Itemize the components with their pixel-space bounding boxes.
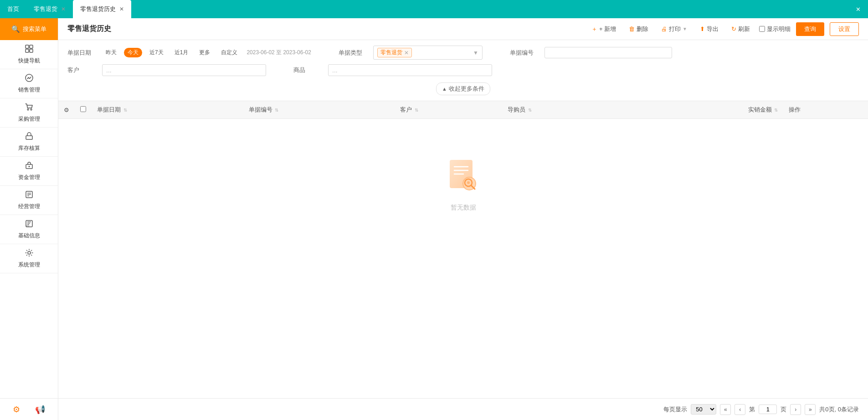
settings-gear-icon[interactable]: ⚙ xyxy=(13,405,20,415)
query-button[interactable]: 查询 xyxy=(796,22,824,36)
type-select[interactable]: 零售退货 ✕ ▼ xyxy=(373,46,483,60)
date-btn-today[interactable]: 今天 xyxy=(124,48,142,57)
first-page-button[interactable]: « xyxy=(720,404,731,415)
sidebar-search-label: 搜索菜单 xyxy=(23,25,46,33)
svg-rect-7 xyxy=(26,136,32,139)
svg-rect-0 xyxy=(26,45,29,48)
page-label: 第 xyxy=(749,405,755,414)
goods-input[interactable]: ... xyxy=(328,64,492,76)
sidebar-item-inventory[interactable]: 库存核算 xyxy=(0,128,58,157)
page-number-input[interactable]: 1 xyxy=(759,405,777,414)
print-arrow-icon: ▼ xyxy=(683,26,687,31)
select-all-checkbox[interactable] xyxy=(80,106,86,112)
export-button[interactable]: ⬆ 导出 xyxy=(696,23,722,35)
date-btn-custom[interactable]: 自定义 xyxy=(217,48,241,57)
table-settings-icon[interactable]: ⚙ xyxy=(64,107,69,113)
last-page-button[interactable]: » xyxy=(805,404,816,415)
basic-info-icon: EN xyxy=(25,220,33,230)
sidebar-item-sales-mgmt[interactable]: 销售管理 xyxy=(0,69,58,98)
refresh-icon: ↻ xyxy=(731,26,736,32)
col-number-sort-icon[interactable]: ⇅ xyxy=(275,108,278,113)
sidebar-item-system-label: 系统管理 xyxy=(18,261,40,269)
new-button[interactable]: ＋ + 新增 xyxy=(588,23,620,35)
tab-home[interactable]: 首页 xyxy=(0,0,26,18)
operations-icon xyxy=(25,190,33,201)
tab-retail-return-label: 零售退货 xyxy=(34,5,57,13)
tab-retail-return[interactable]: 零售退货 ✕ xyxy=(26,0,73,18)
sidebar-item-quick-nav[interactable]: 快捷导航 xyxy=(0,40,58,69)
sidebar-item-purchase-mgmt[interactable]: 采购管理 xyxy=(0,98,58,128)
number-input[interactable] xyxy=(544,47,672,58)
svg-point-6 xyxy=(31,109,32,110)
collapse-label: 收起更多条件 xyxy=(449,85,484,93)
col-check[interactable] xyxy=(75,101,92,119)
refresh-button[interactable]: ↻ 刷新 xyxy=(728,23,754,35)
export-icon: ⬆ xyxy=(700,26,705,32)
date-btn-last-month[interactable]: 近1月 xyxy=(171,48,192,57)
tab-retail-return-history[interactable]: 零售退货历史 ✕ xyxy=(73,0,131,18)
svg-point-27 xyxy=(467,181,470,184)
col-amount-label: 实销金额 xyxy=(748,106,772,113)
col-guide-sort-icon[interactable]: ⇅ xyxy=(528,108,532,113)
date-filter-label: 单据日期 xyxy=(67,49,93,57)
tab-retail-return-history-label: 零售退货历史 xyxy=(80,5,116,13)
col-guide: 导购员 ⇅ xyxy=(502,101,632,119)
col-customer-sort-icon[interactable]: ⇅ xyxy=(415,108,418,113)
col-amount-sort-icon[interactable]: ⇅ xyxy=(774,108,778,113)
sidebar-search[interactable]: 🔍 搜索菜单 xyxy=(0,18,58,40)
empty-cell: 暂无数据 xyxy=(58,119,868,249)
svg-point-5 xyxy=(27,109,29,110)
close-retail-return-icon[interactable]: ✕ xyxy=(61,6,66,12)
empty-text: 暂无数据 xyxy=(451,204,476,212)
sidebar-item-basic-info[interactable]: EN 基础信息 xyxy=(0,215,58,244)
volume-icon[interactable]: 📢 xyxy=(35,405,45,415)
sidebar-item-sales-mgmt-label: 销售管理 xyxy=(18,86,40,94)
sidebar-item-operations[interactable]: 经营管理 xyxy=(0,186,58,215)
print-label: 打印 xyxy=(669,25,681,33)
col-action: 操作 xyxy=(783,101,868,119)
show-detail-toggle[interactable]: 显示明细 xyxy=(759,25,791,33)
delete-button[interactable]: 🗑 删除 xyxy=(625,23,652,35)
sidebar-item-inventory-label: 库存核算 xyxy=(18,144,40,152)
date-range-display: 2023-06-02 至 2023-06-02 xyxy=(247,49,311,56)
data-table: ⚙ 单据日期 ⇅ 单据编号 ⇅ xyxy=(58,101,868,248)
sidebar-item-finance-label: 资金管理 xyxy=(18,174,40,181)
next-page-button[interactable]: › xyxy=(790,404,801,415)
col-settings[interactable]: ⚙ xyxy=(58,101,75,119)
type-tag-close-icon[interactable]: ✕ xyxy=(404,50,409,56)
customer-filter-label: 客户 xyxy=(67,66,93,74)
filter-area: 单据日期 昨天 今天 近7天 近1月 更多 自定义 2023-06-02 至 2… xyxy=(58,40,868,101)
table-header-row: ⚙ 单据日期 ⇅ 单据编号 ⇅ xyxy=(58,101,868,119)
window-close-button[interactable]: ✕ xyxy=(856,6,868,13)
per-page-select[interactable]: 50 10 20 100 xyxy=(691,404,716,415)
svg-point-9 xyxy=(28,166,30,167)
sidebar-item-quick-nav-label: 快捷导航 xyxy=(18,57,40,65)
date-btn-last7[interactable]: 近7天 xyxy=(146,48,167,57)
sidebar-item-finance[interactable]: 资金管理 xyxy=(0,157,58,186)
col-date-sort-icon[interactable]: ⇅ xyxy=(123,108,127,113)
col-customer-label: 客户 xyxy=(400,106,412,113)
show-detail-checkbox[interactable] xyxy=(759,26,765,32)
tab-home-label: 首页 xyxy=(7,5,19,13)
date-btn-more[interactable]: 更多 xyxy=(195,48,214,57)
customer-dots: ... xyxy=(106,67,112,74)
close-retail-return-history-icon[interactable]: ✕ xyxy=(119,6,124,12)
settings-button[interactable]: 设置 xyxy=(830,22,859,36)
svg-rect-3 xyxy=(30,49,33,52)
page-title: 零售退货历史 xyxy=(67,24,588,34)
empty-illustration xyxy=(443,155,484,196)
export-label: 导出 xyxy=(707,25,719,33)
collapse-row: ▲ 收起更多条件 xyxy=(67,81,859,95)
filter-row-1: 单据日期 昨天 今天 近7天 近1月 更多 自定义 2023-06-02 至 2… xyxy=(67,46,859,60)
search-icon: 🔍 xyxy=(11,25,20,33)
collapse-button[interactable]: ▲ 收起更多条件 xyxy=(436,82,490,95)
prev-page-button[interactable]: ‹ xyxy=(734,404,745,415)
col-guide-label: 导购员 xyxy=(508,106,525,113)
print-button[interactable]: 🖨 打印 ▼ xyxy=(657,23,691,35)
sidebar-item-system[interactable]: 系统管理 xyxy=(0,244,58,273)
date-btn-yesterday[interactable]: 昨天 xyxy=(102,48,120,57)
customer-input[interactable]: ... xyxy=(102,64,266,76)
collapse-up-icon: ▲ xyxy=(442,86,447,92)
per-page-label: 每页显示 xyxy=(663,405,687,414)
inventory-icon xyxy=(25,132,33,143)
